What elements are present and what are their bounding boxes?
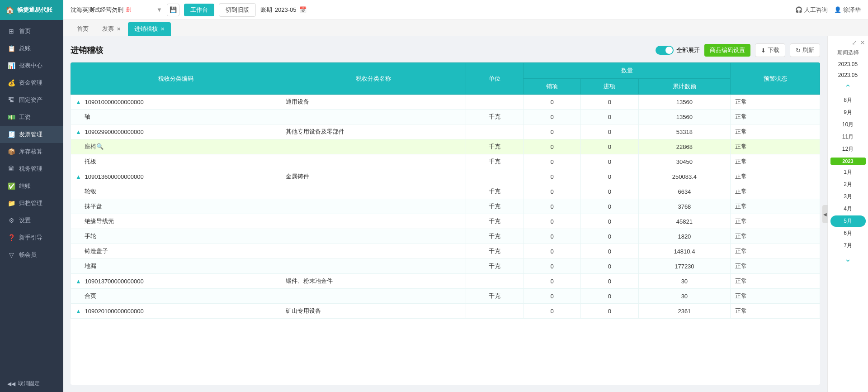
table-cell-status: 正常	[731, 244, 820, 259]
sidebar-item-inventory[interactable]: 📦 库存核算	[0, 143, 63, 160]
collapse-icon[interactable]: ▲	[75, 278, 81, 285]
refresh-button[interactable]: ↻ 刷新	[790, 43, 820, 57]
avatar-icon: 👤	[834, 6, 841, 13]
headset-icon: 🎧	[795, 6, 802, 13]
month-3[interactable]: 3月	[830, 191, 866, 202]
calendar-icon[interactable]: 📅	[299, 6, 307, 13]
scroll-down-icon[interactable]: ⌄	[844, 254, 851, 264]
table-cell-code: ▲ 109013600000000000	[71, 169, 281, 184]
sidebar-unpin-button[interactable]: ◀◀ 取消固定	[0, 375, 63, 392]
company-delete-label[interactable]: 删	[126, 6, 131, 13]
sidebar-item-funds[interactable]: 💰 资金管理	[0, 74, 63, 91]
month-2[interactable]: 2月	[830, 179, 866, 190]
company-dropdown-icon[interactable]: ▼	[156, 6, 162, 13]
payroll-icon: 💵	[7, 114, 15, 121]
guide-icon: ❓	[7, 234, 15, 241]
scroll-up-icon[interactable]: ⌃	[844, 83, 851, 93]
tab-invoice-close-icon[interactable]: ✕	[117, 26, 121, 32]
collapse-icon[interactable]: ▲	[75, 308, 81, 315]
table-cell-unit	[466, 274, 523, 289]
period-item-1[interactable]: 2023.05	[830, 70, 866, 80]
table-cell-cumulative: 177230	[638, 259, 731, 274]
sidebar-item-home[interactable]: ⊞ 首页	[0, 23, 63, 40]
month-9[interactable]: 9月	[830, 107, 866, 118]
th-cumulative: 累计数额	[638, 79, 731, 95]
table-cell-unit: 千克	[466, 214, 523, 229]
page-header: 进销稽核 全部展开 商品编码设置 ⬇ 下载 ↻ 刷	[71, 43, 820, 57]
sidebar-item-settings[interactable]: ⚙ 设置	[0, 212, 63, 229]
collapse-icon[interactable]: ▲	[75, 173, 81, 180]
tab-reconcile-close-icon[interactable]: ✕	[160, 26, 165, 32]
sidebar-item-ledger[interactable]: 📋 总账	[0, 40, 63, 57]
sidebar-item-label: 畅会员	[19, 251, 37, 259]
product-code-button[interactable]: 商品编码设置	[704, 44, 750, 57]
save-icon-button[interactable]: 💾	[167, 4, 179, 16]
table-cell-purchase: 0	[581, 214, 638, 229]
sidebar-item-reports[interactable]: 📊 报表中心	[0, 57, 63, 74]
panel-expand-button[interactable]: ⤢	[852, 39, 857, 46]
table-cell-name: 其他专用设备及零部件	[281, 124, 466, 139]
collapse-icon[interactable]: ▲	[75, 99, 81, 105]
table-cell-purchase: 0	[581, 154, 638, 169]
month-1[interactable]: 1月	[830, 167, 866, 178]
sidebar-item-settle[interactable]: ✅ 结账	[0, 177, 63, 195]
collapse-icon[interactable]: ▲	[75, 129, 81, 135]
table-cell-code: 托板	[71, 154, 281, 169]
table-cell-status: 正常	[731, 214, 820, 229]
month-10[interactable]: 10月	[830, 119, 866, 130]
month-11[interactable]: 11月	[830, 131, 866, 143]
sidebar-item-invoice[interactable]: 🧾 发票管理	[0, 126, 63, 143]
sidebar-item-archive[interactable]: 📁 归档管理	[0, 195, 63, 212]
table-cell-unit: 千克	[466, 259, 523, 274]
download-icon: ⬇	[761, 47, 766, 54]
month-4[interactable]: 4月	[830, 203, 866, 215]
table-cell-cumulative: 45821	[638, 214, 731, 229]
th-tax-code: 税收分类编码	[71, 63, 281, 95]
sidebar-item-payroll[interactable]: 💵 工资	[0, 109, 63, 126]
sidebar-item-guide[interactable]: ❓ 新手引导	[0, 229, 63, 246]
month-12[interactable]: 12月	[830, 143, 866, 155]
tab-invoice[interactable]: 发票 ✕	[96, 22, 127, 36]
panel-toggle-button[interactable]: ◀	[822, 205, 828, 223]
user-name: 徐泽华	[843, 6, 861, 14]
th-sales: 销项	[523, 79, 580, 95]
th-warning: 预警状态	[731, 63, 820, 95]
funds-icon: 💰	[7, 79, 15, 86]
sidebar-item-member[interactable]: ▽ 畅会员	[0, 246, 63, 263]
company-selector[interactable]: 沈海英测试经营勿删 删	[71, 6, 152, 14]
user-profile[interactable]: 👤 徐泽华	[834, 6, 861, 14]
table-cell-name: 矿山专用设备	[281, 304, 466, 319]
table-cell-name: 锻件、粉末冶金件	[281, 274, 466, 289]
table-cell-sales: 0	[523, 184, 580, 199]
toggle-track[interactable]	[656, 46, 674, 55]
table-cell-purchase: 0	[581, 244, 638, 259]
sidebar-item-tax[interactable]: 🏛 税务管理	[0, 160, 63, 177]
period-item-0[interactable]: 2023.05	[830, 59, 866, 69]
table-cell-sales: 0	[523, 244, 580, 259]
table-cell-cumulative: 6634	[638, 184, 731, 199]
content-area: 进销稽核 全部展开 商品编码设置 ⬇ 下载 ↻ 刷	[63, 36, 868, 392]
download-label: 下载	[768, 46, 779, 54]
table-cell-name: 通用设备	[281, 95, 466, 110]
download-button[interactable]: ⬇ 下载	[755, 43, 785, 57]
month-8[interactable]: 8月	[830, 95, 866, 106]
month-6[interactable]: 6月	[830, 228, 866, 239]
support-button[interactable]: 🎧 人工咨询	[795, 6, 828, 14]
panel-close-button[interactable]: ✕	[860, 39, 865, 46]
month-7[interactable]: 7月	[830, 240, 866, 251]
table-cell-code: 座椅🔍	[71, 139, 281, 154]
sidebar-item-label: 报表中心	[19, 62, 42, 70]
workbench-button[interactable]: 工作台	[184, 4, 214, 16]
period-label: 账期	[260, 6, 272, 14]
archive-icon: 📁	[7, 200, 15, 207]
month-5[interactable]: 5月	[830, 215, 866, 227]
table-cell-name	[281, 184, 466, 199]
switch-old-button[interactable]: 切到旧版	[219, 3, 256, 17]
zoom-icon[interactable]: 🔍	[96, 143, 104, 150]
expand-toggle[interactable]: 全部展开	[656, 46, 700, 55]
table-cell-code: 地漏	[71, 259, 281, 274]
tab-reconcile[interactable]: 进销稽核 ✕	[128, 22, 171, 36]
sidebar-item-fixed-assets[interactable]: 🏗 固定资产	[0, 91, 63, 109]
tab-home[interactable]: 首页	[71, 22, 95, 36]
table-cell-sales: 0	[523, 95, 580, 110]
